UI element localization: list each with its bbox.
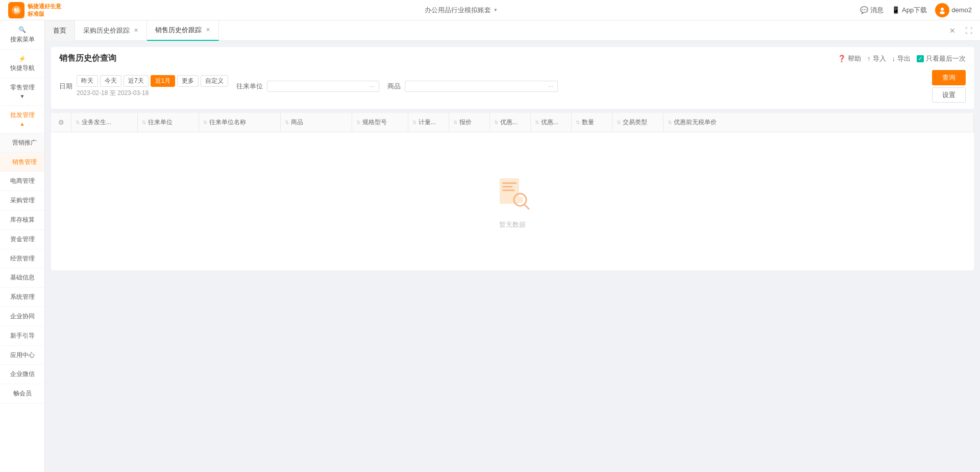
message-action[interactable]: 💬 消息 (860, 6, 884, 15)
help-action[interactable]: ❓ 帮助 (838, 54, 861, 63)
header-center: 办公用品行业模拟账套 ▾ (425, 6, 497, 15)
search-icon: 🔍 (18, 26, 26, 34)
sidebar-item-finance[interactable]: 资金管理 (0, 230, 44, 249)
svg-point-3 (940, 11, 945, 14)
svg-point-2 (941, 8, 944, 11)
tab-sales-history[interactable]: 销售历史价跟踪 ✕ (147, 20, 219, 41)
sort-icon-discount1: ⇅ (494, 120, 498, 125)
sort-icon-measure: ⇅ (412, 120, 416, 125)
product-input[interactable]: ··· (405, 81, 558, 92)
gear-icon: ⚙ (58, 119, 64, 126)
sidebar-item-retail[interactable]: 零售管理 ▼ (0, 78, 44, 106)
logo-area: 畅 畅捷通好生意 标准版 (8, 2, 61, 18)
svg-rect-5 (502, 182, 517, 184)
sidebar-item-basic[interactable]: 基础信息 (0, 268, 44, 288)
chevron-down-icon: ▼ (20, 93, 25, 100)
app-download-action[interactable]: 📱 App下载 (892, 6, 927, 15)
th-unit-code[interactable]: ⇅ 往来单位 (138, 113, 199, 132)
table-header: ⚙ ⇅ 业务发生... ⇅ 往来单位 ⇅ 往来单位名称 (51, 113, 974, 132)
sidebar-item-purchase[interactable]: 采购管理 (0, 191, 44, 210)
date-btn-yesterday[interactable]: 昨天 (77, 75, 98, 87)
th-product[interactable]: ⇅ 商品 (281, 113, 352, 132)
help-icon: ❓ (838, 55, 846, 62)
th-measure[interactable]: ⇅ 计量... (408, 113, 449, 132)
svg-line-9 (524, 204, 529, 209)
sidebar-item-search[interactable]: 🔍 搜索菜单 (0, 20, 44, 50)
date-btn-custom[interactable]: 自定义 (201, 75, 228, 87)
sidebar-item-operation[interactable]: 经营管理 (0, 249, 44, 269)
content-area: 首页 采购历史价跟踪 ✕ 销售历史价跟踪 ✕ ✕ ⛶ 销售历史价查询 (45, 20, 980, 472)
sidebar-item-marketing[interactable]: 营销推广 (0, 133, 44, 153)
th-date[interactable]: ⇅ 业务发生... (71, 113, 138, 132)
message-icon: 💬 (860, 6, 868, 14)
sort-icon-discount2: ⇅ (535, 120, 539, 125)
date-range-text: 2023-02-18 至 2023-03-18 (77, 89, 228, 98)
company-name: 办公用品行业模拟账套 (425, 6, 491, 15)
settings-button[interactable]: 设置 (932, 87, 966, 103)
data-table: ⚙ ⇅ 业务发生... ⇅ 往来单位 ⇅ 往来单位名称 (51, 113, 974, 270)
date-buttons: 昨天 今天 近7天 近1月 更多 自定义 (77, 75, 228, 87)
sidebar-item-system[interactable]: 系统管理 (0, 288, 44, 307)
partner-input[interactable]: ··· (267, 81, 379, 92)
date-btn-last7[interactable]: 近7天 (124, 75, 149, 87)
tab-purchase-history[interactable]: 采购历史价跟踪 ✕ (75, 20, 147, 41)
top-header: 畅 畅捷通好生意 标准版 办公用品行业模拟账套 ▾ 💬 消息 📱 App下载 d… (0, 0, 980, 20)
query-button[interactable]: 查询 (932, 70, 966, 85)
sidebar-item-appstore[interactable]: 应用中心 (0, 346, 44, 365)
sort-icon-trade: ⇅ (617, 120, 621, 125)
sidebar: 🔍 搜索菜单 ⚡ 快捷导航 零售管理 ▼ 批发管理 ▲ 营销推广 销售管理 电商… (0, 20, 45, 472)
svg-text:畅: 畅 (14, 7, 19, 13)
export-action[interactable]: ↓ 导出 (892, 54, 911, 63)
tab-close-button[interactable]: ✕ (945, 23, 960, 38)
date-btn-today[interactable]: 今天 (100, 75, 121, 87)
sidebar-item-wholesale[interactable]: 批发管理 ▲ (0, 106, 44, 133)
tab-bar: 首页 采购历史价跟踪 ✕ 销售历史价跟踪 ✕ ✕ ⛶ (45, 20, 980, 41)
sort-icon-spec: ⇅ (356, 120, 360, 125)
date-filter-group: 日期 昨天 今天 近7天 近1月 更多 自定义 2023-02-18 至 202… (59, 75, 228, 98)
tab-actions: ✕ ⛶ (945, 23, 980, 38)
tab-purchase-history-close[interactable]: ✕ (134, 27, 138, 34)
header-left: 畅 畅捷通好生意 标准版 (8, 2, 61, 18)
sidebar-item-ecommerce[interactable]: 电商管理 (0, 172, 44, 191)
tab-home[interactable]: 首页 (45, 20, 75, 41)
th-qty[interactable]: ⇅ 数量 (572, 113, 612, 132)
page-title-row: 销售历史价查询 ❓ 帮助 ↑ 导入 ↓ 导出 (59, 53, 966, 64)
sidebar-item-sales[interactable]: 销售管理 (0, 153, 44, 172)
product-filter-group: 商品 ··· (387, 81, 558, 92)
sidebar-item-member[interactable]: 畅会员 (0, 384, 44, 404)
logo-text: 畅捷通好生意 标准版 (28, 3, 61, 17)
date-btn-last1m[interactable]: 近1月 (151, 75, 176, 87)
th-notax[interactable]: ⇅ 优惠前无税单价 (664, 113, 974, 132)
th-trade[interactable]: ⇅ 交易类型 (612, 113, 664, 132)
th-spec[interactable]: ⇅ 规格型号 (352, 113, 408, 132)
th-gear[interactable]: ⚙ (51, 113, 71, 132)
sidebar-item-enterprise[interactable]: 企业协同 (0, 307, 44, 326)
date-btn-more[interactable]: 更多 (177, 75, 199, 87)
only-last-wrapper[interactable]: ✓ 只看最后一次 (917, 54, 966, 63)
th-unit-name[interactable]: ⇅ 往来单位名称 (199, 113, 281, 132)
only-last-checkbox[interactable]: ✓ (917, 55, 924, 62)
sidebar-item-wechat[interactable]: 企业微信 (0, 365, 44, 384)
sort-icon-notax: ⇅ (668, 120, 672, 125)
empty-state: 暂无数据 (51, 132, 974, 270)
sidebar-item-shortcut[interactable]: ⚡ 快捷导航 (0, 50, 44, 79)
company-dropdown-arrow[interactable]: ▾ (494, 7, 497, 13)
product-dots: ··· (548, 83, 553, 90)
user-action[interactable]: demo2 (935, 3, 972, 17)
chevron-up-icon: ▲ (20, 121, 25, 128)
tab-sales-history-close[interactable]: ✕ (206, 27, 210, 33)
tab-maximize-button[interactable]: ⛶ (962, 23, 976, 38)
sidebar-item-inventory[interactable]: 库存核算 (0, 210, 44, 230)
page-title: 销售历史价查询 (59, 53, 116, 64)
logo-icon: 畅 (8, 2, 24, 18)
th-price[interactable]: ⇅ 报价 (449, 113, 490, 132)
partner-label: 往来单位 (236, 82, 263, 91)
th-discount2[interactable]: ⇅ 优惠... (531, 113, 572, 132)
th-discount1[interactable]: ⇅ 优惠... (490, 113, 531, 132)
import-action[interactable]: ↑ 导入 (867, 54, 886, 63)
empty-text: 暂无数据 (499, 220, 526, 229)
svg-point-10 (517, 197, 523, 203)
sidebar-item-guide[interactable]: 新手引导 (0, 326, 44, 346)
filter-row: 日期 昨天 今天 近7天 近1月 更多 自定义 2023-02-18 至 202… (59, 70, 966, 103)
sort-icon-unit-name: ⇅ (203, 120, 207, 125)
